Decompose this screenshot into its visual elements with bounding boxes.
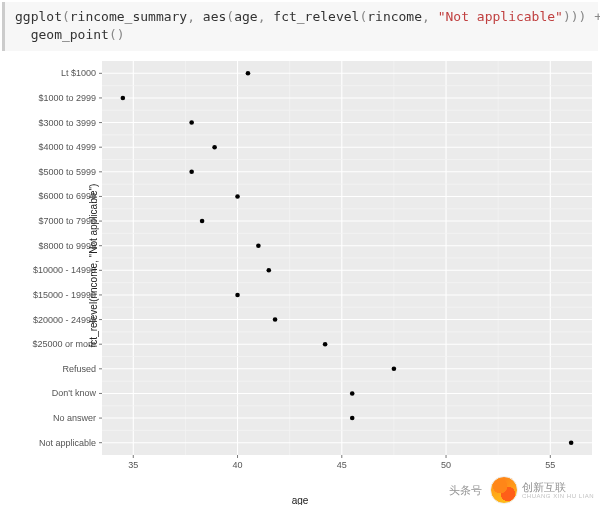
data-point (350, 391, 355, 396)
code-token: ggplot (15, 9, 62, 24)
watermark: 头条号 创新互联 CHUANG XIN HU LIAN (449, 476, 594, 504)
data-point (189, 120, 194, 125)
code-token: rincome (367, 9, 422, 24)
code-token: aes (203, 9, 226, 24)
data-point (323, 342, 328, 347)
watermark-brand: 创新互联 (522, 482, 594, 493)
data-point (235, 293, 240, 298)
data-point (273, 317, 278, 322)
watermark-brand-sub: CHUANG XIN HU LIAN (522, 493, 594, 499)
code-block: ggplot(rincome_summary, aes(age, fct_rel… (2, 2, 598, 51)
code-token: , (422, 9, 438, 24)
data-point (569, 440, 574, 445)
code-token: geom_point (31, 27, 109, 42)
code-token (15, 27, 31, 42)
x-tick-label: 45 (337, 460, 347, 470)
data-point (246, 71, 251, 76)
code-token: age (234, 9, 257, 24)
data-point (256, 243, 261, 248)
data-point (200, 219, 205, 224)
watermark-logo-icon (490, 476, 518, 504)
code-token: ( (226, 9, 234, 24)
watermark-toutiao: 头条号 (449, 483, 482, 498)
x-tick-label: 50 (441, 460, 451, 470)
code-token: ( (109, 27, 117, 42)
code-token: fct_relevel (273, 9, 359, 24)
code-token: , (258, 9, 274, 24)
code-token: ) (571, 9, 579, 24)
code-token: + (586, 9, 600, 24)
data-point (189, 170, 194, 175)
data-point (392, 367, 397, 372)
code-token: rincome_summary (70, 9, 187, 24)
data-point (212, 145, 217, 150)
code-token: "Not applicable" (438, 9, 563, 24)
code-token: ) (563, 9, 571, 24)
data-point (235, 194, 240, 199)
y-axis-title-host: fct_relevel(rincome, "Not applicable") (12, 53, 176, 478)
code-token: , (187, 9, 203, 24)
y-axis-title: fct_relevel(rincome, "Not applicable") (88, 184, 99, 348)
data-point (267, 268, 272, 273)
x-tick-label: 40 (233, 460, 243, 470)
data-point (350, 416, 355, 421)
code-token: ( (62, 9, 70, 24)
chart: fct_relevel(rincome, "Not applicable") 3… (2, 53, 598, 505)
x-tick-label: 55 (545, 460, 555, 470)
code-token: ) (117, 27, 125, 42)
